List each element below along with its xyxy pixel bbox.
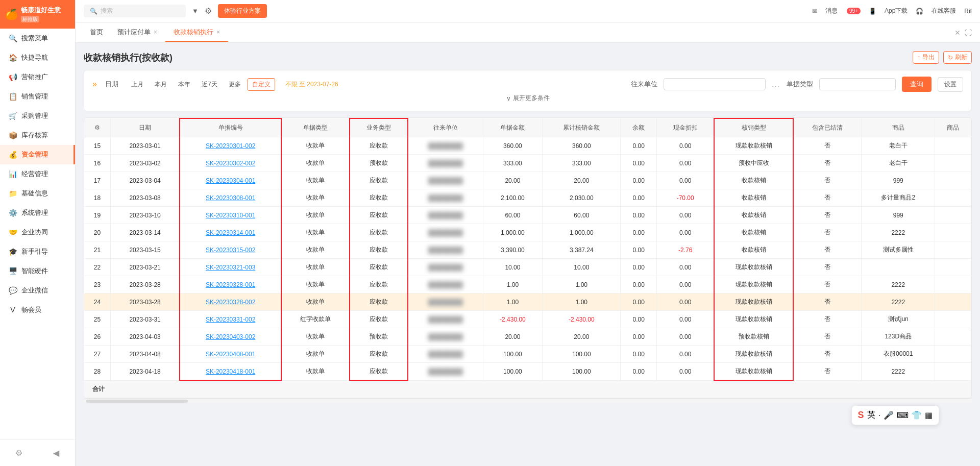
cell-bill-no: SK-20230328-002 — [180, 293, 281, 311]
partner-input[interactable] — [664, 78, 766, 90]
sidebar-item-search[interactable]: 🔍搜索菜单 — [0, 29, 75, 48]
table-row: 18 2023-03-08 SK-20230308-001 收款单 应收款 ██… — [84, 189, 971, 207]
industry-btn[interactable]: 体验行业方案 — [218, 4, 267, 18]
sidebar-item-operation[interactable]: 📊经营管理 — [0, 164, 75, 184]
date-this-year[interactable]: 本年 — [174, 78, 195, 91]
bill-no-link[interactable]: SK-20230328-001 — [206, 281, 255, 288]
sidebar-item-wechat[interactable]: 💬企业微信 — [0, 281, 75, 300]
topbar-gear-icon[interactable]: ⚙ — [205, 6, 212, 16]
app-label[interactable]: App下载 — [885, 7, 908, 15]
cell-goods1: 老白干 — [862, 155, 935, 172]
voucher-type-label: 单据类型 — [787, 80, 813, 89]
sidebar-item-finance[interactable]: 💰资金管理 — [0, 145, 75, 164]
filter-row-1: » 日期 上月 本月 本年 近7天 更多 自定义 不限 至 2023-07-26… — [92, 77, 963, 92]
sidebar-item-member[interactable]: V畅会员 — [0, 300, 75, 320]
cell-no: 18 — [84, 189, 110, 207]
date-7days[interactable]: 近7天 — [197, 78, 222, 91]
cell-biz-type: 应收款 — [350, 224, 408, 241]
cell-goods2 — [935, 155, 971, 172]
scrollbar-thumb[interactable] — [86, 400, 188, 403]
sidebar-item-inventory[interactable]: 📦库存核算 — [0, 126, 75, 145]
sidebar-item-quick[interactable]: 🏠快捷导航 — [0, 48, 75, 67]
bill-no-link[interactable]: SK-20230328-002 — [206, 299, 255, 306]
cell-balance: 0.00 — [621, 293, 657, 311]
settings-btn[interactable]: 设置 — [938, 77, 963, 92]
cell-included: 否 — [793, 276, 861, 293]
date-this-month[interactable]: 本月 — [150, 78, 172, 91]
sidebar-item-sales[interactable]: 📋销售管理 — [0, 87, 75, 106]
cell-goods1: 999 — [862, 207, 935, 224]
tab-payment[interactable]: 收款核销执行 × — [165, 23, 228, 42]
tab-payment-close[interactable]: × — [216, 29, 220, 36]
sidebar-item-system[interactable]: ⚙️系统管理 — [0, 203, 75, 223]
bill-no-link[interactable]: SK-20230301-002 — [206, 142, 255, 150]
sidebar-item-hardware[interactable]: 🖥️智能硬件 — [0, 261, 75, 281]
tab-preplan[interactable]: 预计应付单 × — [109, 23, 165, 42]
table-row: 23 2023-03-28 SK-20230328-001 收款单 应收款 ██… — [84, 276, 971, 293]
cell-cancel-type: 现款收款核销 — [714, 137, 793, 155]
sidebar-item-marketing[interactable]: 📢营销推广 — [0, 67, 75, 87]
main-area: 🔍 搜索 ▼ ⚙ 体验行业方案 ✉ 消息 99+ 📱 App下载 🎧 在线客服 … — [76, 0, 980, 466]
cell-discount: 0.00 — [657, 328, 715, 346]
bill-no-link[interactable]: SK-20230314-001 — [206, 229, 255, 236]
col-included: 包含已结清 — [793, 118, 861, 137]
topbar-search[interactable]: 🔍 搜索 — [84, 5, 186, 17]
export-btn[interactable]: ↑ 导出 — [913, 51, 939, 64]
sidebar-collapse-btn[interactable]: ◀ — [38, 444, 76, 462]
sidebar-item-corp[interactable]: 🤝企业协同 — [0, 223, 75, 242]
date-more[interactable]: 更多 — [224, 78, 246, 91]
sidebar-item-guide[interactable]: 🎓新手引导 — [0, 242, 75, 261]
table-row: 27 2023-04-08 SK-20230408-001 收款单 应收款 ██… — [84, 346, 971, 363]
sidebar-item-purchase[interactable]: 🛒采购管理 — [0, 106, 75, 126]
message-badge: 99+ — [847, 8, 861, 14]
sales-icon: 📋 — [8, 92, 17, 101]
data-table-wrap: ⚙ 日期 单据编号 单据类型 业务类型 往来单位 单据金额 累计核销金额 余额 … — [84, 117, 972, 399]
col-bill-no: 单据编号 — [180, 118, 281, 137]
table-row: 15 2023-03-01 SK-20230301-002 收款单 应收款 ██… — [84, 137, 971, 155]
col-discount: 现金折扣 — [657, 118, 715, 137]
table-scrollbar[interactable] — [84, 399, 972, 403]
sidebar-settings-btn[interactable]: ⚙ — [0, 444, 38, 462]
date-custom[interactable]: 自定义 — [248, 78, 275, 91]
cell-goods2 — [935, 137, 971, 155]
service-label[interactable]: 在线客服 — [932, 7, 956, 15]
cell-goods1 — [862, 259, 935, 276]
col-cancel-type: 核销类型 — [714, 118, 793, 137]
date-btn-group: 上月 本月 本年 近7天 更多 自定义 — [127, 78, 275, 91]
sidebar-label-corp: 企业协同 — [21, 228, 48, 237]
topbar-dropdown-icon[interactable]: ▼ — [192, 7, 199, 15]
refresh-btn[interactable]: ↻ 刷新 — [943, 51, 972, 64]
date-last-month[interactable]: 上月 — [127, 78, 148, 91]
col-verified: 累计核销金额 — [543, 118, 621, 137]
bill-no-link[interactable]: SK-20230308-001 — [206, 194, 255, 202]
voucher-type-select[interactable] — [819, 78, 896, 90]
bill-no-link[interactable]: SK-20230321-003 — [206, 264, 255, 271]
cell-goods1: 999 — [862, 172, 935, 189]
tab-preplan-close[interactable]: × — [154, 29, 157, 36]
sidebar-item-basic[interactable]: 📁基础信息 — [0, 184, 75, 203]
filter-expand-arrow[interactable]: » — [92, 80, 97, 89]
query-btn[interactable]: 查询 — [902, 77, 932, 92]
message-label[interactable]: 消息 — [825, 7, 838, 15]
bill-no-link[interactable]: SK-20230304-001 — [206, 177, 255, 184]
user-name[interactable]: Rit — [964, 8, 972, 15]
bill-no-link[interactable]: SK-20230302-002 — [206, 160, 255, 167]
bill-no-link[interactable]: SK-20230403-002 — [206, 333, 255, 340]
cell-biz-type: 应收款 — [350, 172, 408, 189]
sidebar-label-inventory: 库存核算 — [21, 131, 48, 140]
bill-no-link[interactable]: SK-20230418-001 — [206, 368, 255, 375]
headset-icon: 🎧 — [916, 8, 923, 15]
partner-blurred: ████████ — [428, 247, 463, 254]
cell-goods2 — [935, 207, 971, 224]
expand-bar[interactable]: ∨ 展开更多条件 — [92, 94, 963, 103]
bill-no-link[interactable]: SK-20230315-002 — [206, 247, 255, 254]
close-window-icon[interactable]: ✕ — [954, 29, 961, 37]
cell-amount: 10.00 — [483, 259, 543, 276]
bill-no-link[interactable]: SK-20230331-002 — [206, 316, 255, 323]
bill-no-link[interactable]: SK-20230408-001 — [206, 351, 255, 358]
bill-no-link[interactable]: SK-20230310-001 — [206, 212, 255, 219]
cell-amount: 100.00 — [483, 346, 543, 363]
tab-home[interactable]: 首页 — [84, 23, 109, 42]
maximize-icon[interactable]: ⛶ — [965, 29, 972, 37]
col-settings[interactable]: ⚙ — [84, 118, 110, 137]
